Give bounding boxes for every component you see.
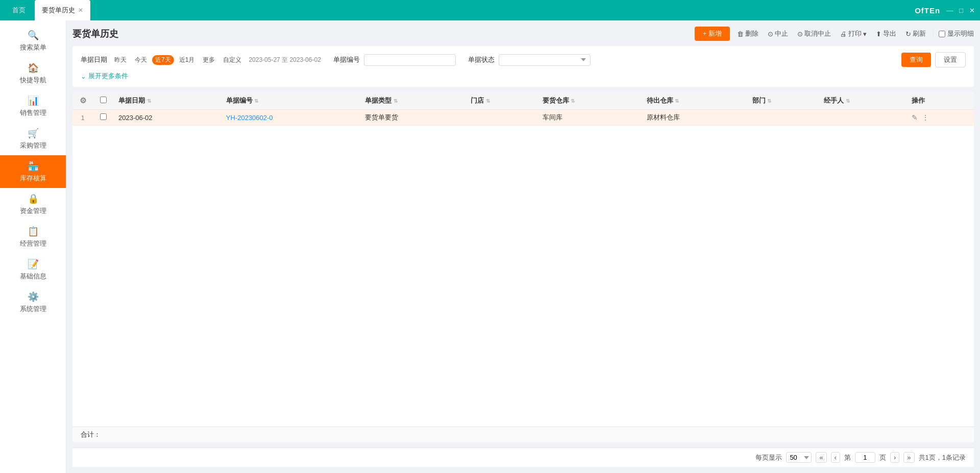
cancel-stop-button[interactable]: ⊙ 取消中止 [795,28,833,39]
total-info: 共1页，1条记录 [919,453,966,462]
print-icon: 🖨 [840,30,847,38]
col-handler: 经手人 ⇅ [819,92,906,110]
settings-button[interactable]: 设置 [935,52,966,67]
sort-docno-icon[interactable]: ⇅ [254,98,258,104]
row-shop [465,110,537,126]
stop-button[interactable]: ⊙ 中止 [766,28,790,39]
tab-history[interactable]: 要货单历史 ✕ [35,0,90,20]
filter-actions: 查询 设置 [901,52,966,67]
docno-input[interactable] [364,54,456,66]
settings-gear-icon[interactable]: ⚙ [80,96,86,105]
print-button[interactable]: 🖨 打印 ▾ [838,28,869,39]
query-button[interactable]: 查询 [901,53,931,67]
filter-date-group: 单据日期 昨天 今天 近7天 近1月 更多 自定义 2023-05-27 至 2… [81,55,321,65]
table-row[interactable]: 1 2023-06-02 YH-20230602-0 要货单要货 车间库 原材料… [72,110,974,126]
page-size-select[interactable]: 10 20 50 100 [786,452,812,463]
col-shop: 门店 ⇅ [465,92,537,110]
inventory-icon: 🏪 [28,160,39,172]
more-action-icon[interactable]: ⋮ [922,113,929,122]
show-detail-checkbox[interactable]: 显示明细 [939,29,974,38]
prev-page-button[interactable]: ‹ [831,452,840,463]
sort-pendingwarehouse-icon[interactable]: ⇅ [675,98,679,104]
date-opt-custom[interactable]: 自定义 [220,55,244,65]
row-docno[interactable]: YH-20230602-0 [221,110,360,126]
delete-button[interactable]: 🗑 删除 [735,28,761,39]
sort-doctype-icon[interactable]: ⇅ [394,98,398,104]
refresh-button[interactable]: ↻ 刷新 [903,28,928,39]
row-date: 2023-06-02 [113,110,221,126]
toolbar: + 新增 🗑 删除 ⊙ 中止 ⊙ 取消中止 🖨 打印 ▾ [695,27,974,41]
row-checkbox[interactable] [100,113,107,120]
tab-home[interactable]: 首页 [5,0,33,20]
expand-button[interactable]: ⌄ 展开更多条件 [81,72,128,81]
sidebar-item-inventory-label: 库存核算 [20,174,46,183]
sales-icon: 📊 [28,95,39,106]
edit-action-icon[interactable]: ✎ [912,113,918,122]
sidebar-item-system-label: 系统管理 [20,304,46,314]
date-opt-yesterday[interactable]: 昨天 [111,55,130,65]
content-area: 要货单历史 + 新增 🗑 删除 ⊙ 中止 ⊙ 取消中止 🖨 打印 [66,20,980,473]
last-page-button[interactable]: » [903,452,914,463]
divider [933,30,934,38]
sidebar-item-basic[interactable]: 📝 基础信息 [0,253,66,286]
date-opt-1month[interactable]: 近1月 [176,55,198,65]
sort-date-icon[interactable]: ⇅ [147,98,151,104]
date-opts: 昨天 今天 近7天 近1月 更多 自定义 [111,55,244,65]
export-icon: ⬆ [876,30,881,38]
sidebar-item-sales[interactable]: 📊 销售管理 [0,90,66,123]
sort-shop-icon[interactable]: ⇅ [486,98,490,104]
pagination: 每页显示 10 20 50 100 « ‹ 第 页 › » 共1页，1条记录 [72,447,974,467]
sidebar-item-finance[interactable]: 🔒 资金管理 [0,188,66,221]
action-icons: ✎ ⋮ [912,113,969,122]
status-select[interactable] [499,54,591,66]
sidebar-item-search[interactable]: 🔍 搜索菜单 [0,25,66,57]
sidebar-item-basic-label: 基础信息 [20,272,46,281]
sort-handler-icon[interactable]: ⇅ [846,98,850,104]
sidebar-item-system[interactable]: ⚙️ 系统管理 [0,286,66,319]
sort-reqwarehouse-icon[interactable]: ⇅ [571,98,575,104]
purchase-icon: 🛒 [28,128,39,139]
col-reqwarehouse: 要货仓库 ⇅ [537,92,642,110]
window-maximize[interactable]: □ [959,7,963,14]
col-action: 操作 [906,92,974,110]
col-docno: 单据编号 ⇅ [221,92,360,110]
data-table: ⚙ 单据日期 ⇅ 单据编号 ⇅ [72,92,974,126]
show-detail-input[interactable] [939,31,945,37]
row-dept [747,110,819,126]
sidebar-item-shortcut[interactable]: 🏠 快捷导航 [0,57,66,90]
next-page-button[interactable]: › [890,452,899,463]
col-date: 单据日期 ⇅ [113,92,221,110]
stop-icon: ⊙ [768,30,773,38]
date-opt-today[interactable]: 今天 [132,55,150,65]
sidebar: 🔍 搜索菜单 🏠 快捷导航 📊 销售管理 🛒 采购管理 🏪 库存核算 🔒 资金管… [0,20,66,473]
operation-icon: 📋 [28,226,39,237]
sidebar-item-inventory[interactable]: 🏪 库存核算 [0,155,66,188]
row-docno-link[interactable]: YH-20230602-0 [226,114,273,122]
row-checkbox-cell[interactable] [93,110,113,126]
system-icon: ⚙️ [28,291,39,302]
tab-home-label: 首页 [12,6,26,15]
close-tab-icon[interactable]: ✕ [78,7,83,14]
date-opt-7days[interactable]: 近7天 [152,55,174,65]
sidebar-item-purchase[interactable]: 🛒 采购管理 [0,123,66,155]
table-header: ⚙ 单据日期 ⇅ 单据编号 ⇅ [72,92,974,110]
sidebar-item-search-label: 搜索菜单 [20,43,46,52]
row-action-cell: ✎ ⋮ [906,110,974,126]
col-checkbox[interactable] [93,92,113,110]
first-page-button[interactable]: « [816,452,826,463]
window-minimize[interactable]: — [946,7,953,14]
show-detail-label: 显示明细 [947,29,974,38]
sort-dept-icon[interactable]: ⇅ [767,98,771,104]
sidebar-item-operation[interactable]: 📋 经营管理 [0,221,66,253]
select-all-checkbox[interactable] [100,97,107,103]
page-title: 要货单历史 [72,28,118,40]
export-button[interactable]: ⬆ 导出 [874,28,898,39]
page-input[interactable] [855,452,875,463]
date-opt-more[interactable]: 更多 [200,55,218,65]
add-button[interactable]: + 新增 [695,27,730,41]
col-settings[interactable]: ⚙ [72,92,93,110]
table-container: ⚙ 单据日期 ⇅ 单据编号 ⇅ [72,92,974,442]
page-title-bar: 要货单历史 + 新增 🗑 删除 ⊙ 中止 ⊙ 取消中止 🖨 打印 [72,27,974,41]
filter-status-group: 单据状态 [468,54,591,66]
window-close[interactable]: ✕ [969,7,975,14]
